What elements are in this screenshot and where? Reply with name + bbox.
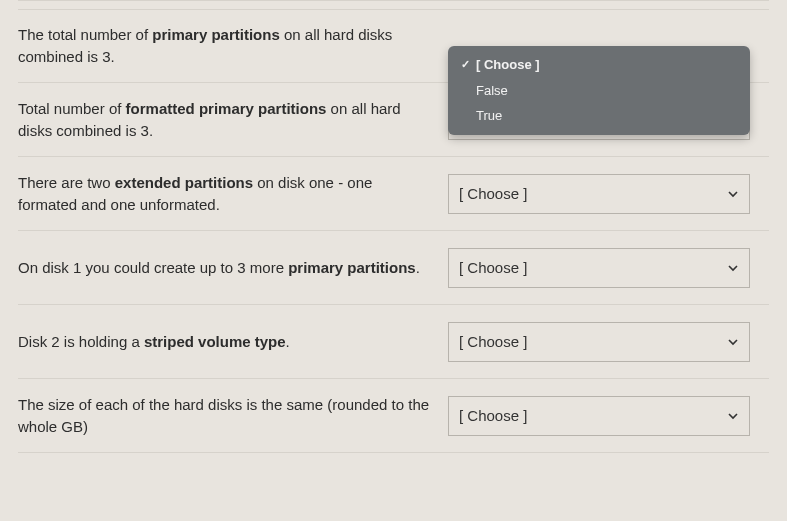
question-prompt: The size of each of the hard disks is th… (18, 394, 448, 438)
check-icon: ✓ (458, 57, 472, 72)
answer-select-wrap: [ Choose ] (448, 174, 750, 214)
prompt-text: . (416, 259, 420, 276)
answer-select[interactable]: [ Choose ] (448, 248, 750, 288)
divider (18, 0, 769, 1)
prompt-text: Total number of (18, 100, 126, 117)
dropdown-option-choose[interactable]: ✓ [ Choose ] (448, 52, 750, 78)
prompt-bold: formatted primary partitions (126, 100, 327, 117)
question-prompt: On disk 1 you could create up to 3 more … (18, 257, 448, 279)
answer-dropdown-open[interactable]: ✓ [ Choose ] ✓ False ✓ True (448, 46, 750, 135)
prompt-text: On disk 1 you could create up to 3 more (18, 259, 288, 276)
question-row: There are two extended partitions on dis… (18, 157, 769, 231)
question-row: The size of each of the hard disks is th… (18, 379, 769, 453)
prompt-text: The size of each of the hard disks is th… (18, 396, 429, 435)
question-row: On disk 1 you could create up to 3 more … (18, 231, 769, 305)
question-prompt: Total number of formatted primary partit… (18, 98, 448, 142)
prompt-bold: primary partitions (152, 26, 280, 43)
answer-select[interactable]: [ Choose ] (448, 174, 750, 214)
question-list: The total number of primary partitions o… (0, 0, 787, 453)
dropdown-option-label: False (476, 82, 508, 100)
prompt-bold: primary partitions (288, 259, 416, 276)
select-value: [ Choose ] (459, 407, 527, 424)
question-prompt: The total number of primary partitions o… (18, 24, 448, 68)
prompt-bold: extended partitions (115, 174, 253, 191)
dropdown-option-label: [ Choose ] (476, 56, 540, 74)
select-value: [ Choose ] (459, 333, 527, 350)
prompt-text: The total number of (18, 26, 152, 43)
prompt-text: Disk 2 is holding a (18, 333, 144, 350)
answer-select[interactable]: [ Choose ] (448, 322, 750, 362)
question-prompt: There are two extended partitions on dis… (18, 172, 448, 216)
question-prompt: Disk 2 is holding a striped volume type. (18, 331, 448, 353)
select-value: [ Choose ] (459, 185, 527, 202)
prompt-text: . (286, 333, 290, 350)
chevron-down-icon (727, 336, 739, 348)
answer-select-wrap: [ Choose ] (448, 322, 750, 362)
chevron-down-icon (727, 262, 739, 274)
answer-select[interactable]: [ Choose ] (448, 396, 750, 436)
chevron-down-icon (727, 410, 739, 422)
dropdown-option-true[interactable]: ✓ True (448, 103, 750, 129)
answer-select-wrap: [ Choose ] (448, 248, 750, 288)
dropdown-option-label: True (476, 107, 502, 125)
dropdown-option-false[interactable]: ✓ False (448, 78, 750, 104)
prompt-bold: striped volume type (144, 333, 286, 350)
chevron-down-icon (727, 188, 739, 200)
select-value: [ Choose ] (459, 259, 527, 276)
question-row: Disk 2 is holding a striped volume type.… (18, 305, 769, 379)
answer-select-wrap: [ Choose ] (448, 396, 750, 436)
prompt-text: There are two (18, 174, 115, 191)
question-row: The total number of primary partitions o… (18, 9, 769, 83)
